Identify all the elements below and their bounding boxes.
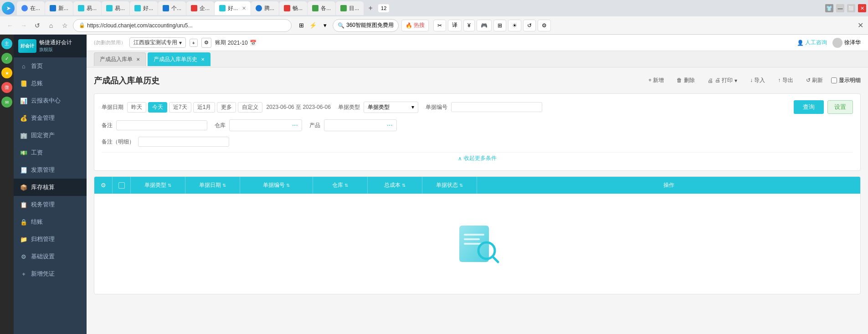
date-btn-today[interactable]: 今天 [148,102,167,113]
tab-12[interactable]: 目... [336,1,364,15]
sidebar-item-inventory[interactable]: 📦 库存核算 [14,179,87,196]
bill-type-select[interactable]: 单据类型 ▾ [364,102,418,113]
tab-bill-history-close[interactable]: ✕ [201,57,205,62]
apps-tool[interactable]: ⊞ [493,20,506,31]
scissors-tool[interactable]: ✂ [433,20,446,31]
th-cost[interactable]: 总成本 ⇅ [368,177,422,194]
home-button[interactable]: ⌂ [46,20,56,31]
refresh-button[interactable]: ↺ [32,20,43,31]
app-icon-weibo[interactable]: 微 [1,82,12,93]
settings-tool[interactable]: ⚙ [538,20,551,31]
grid-icon[interactable]: ⊞ [296,21,306,31]
tab-8[interactable]: 好... ✕ [215,1,251,15]
collapse-button[interactable]: ∧ 收起更多条件 [102,152,853,164]
date-btn-7days[interactable]: 近7天 [169,102,191,113]
history-tool[interactable]: ↺ [523,20,536,31]
th-warehouse[interactable]: 仓库 ⇅ [313,177,368,194]
sidebar-item-close[interactable]: 🔒 结账 [14,213,87,231]
app-icon-main[interactable]: 主 [1,38,12,49]
tab-3[interactable]: 易... [73,1,101,15]
sidebar-item-fund[interactable]: 💰 资金管理 [14,109,87,127]
sidebar-item-asset[interactable]: 🏢 固定资产 [14,127,87,144]
app-icon-yellow[interactable]: ★ [1,67,12,78]
company-settings-button[interactable]: ⚙ [201,38,211,48]
sidebar-item-newbill[interactable]: + 新增凭证 [14,265,87,283]
game-tool[interactable]: 🎮 [477,20,492,31]
display-detail-toggle[interactable]: 显示明细 [831,77,861,84]
theme-tool[interactable]: ☀ [508,20,521,31]
dropdown-icon[interactable]: ▾ [320,21,330,31]
th-checkbox[interactable] [113,177,131,194]
tab-bill-list[interactable]: 产成品入库单 ✕ [94,52,146,66]
display-detail-checkbox[interactable] [831,77,837,83]
add-company-button[interactable]: + [190,39,198,47]
th-status[interactable]: 单据状态 ⇅ [422,177,477,194]
tab-9[interactable]: 腾... [251,1,279,15]
maximize-button[interactable]: ⬜ [847,4,855,12]
hot-search-button[interactable]: 🔥 热搜 [401,20,429,31]
browser-icon[interactable]: ➤ [2,2,15,15]
forward-button[interactable]: → [18,20,29,31]
select-all-checkbox[interactable] [118,182,125,189]
warehouse-select[interactable]: ··· [229,119,302,131]
tab-5[interactable]: 好... [130,1,158,15]
translate-tool[interactable]: 译 [448,20,462,31]
sidebar-item-basic[interactable]: ⚙ 基础设置 [14,248,87,265]
search-box[interactable]: 🔍 360智能抠图免费用 [333,19,399,32]
sidebar-item-archive[interactable]: 📁 归档管理 [14,231,87,248]
lightning-icon[interactable]: ⚡ [308,21,318,31]
search-button[interactable]: 查询 [794,100,824,114]
note-detail-input[interactable] [138,137,229,147]
print-button[interactable]: 🖨 🖨 打印 ▾ [703,75,742,86]
product-dots-icon[interactable]: ··· [387,121,393,129]
th-type[interactable]: 单据类型 ⇅ [131,177,185,194]
new-button[interactable]: + 新增 [644,75,668,86]
product-select[interactable]: ··· [324,119,397,131]
tab-8-close[interactable]: ✕ [242,5,246,11]
note-input[interactable] [116,120,207,130]
tab-bill-history[interactable]: 产成品入库单历史 ✕ [148,52,211,66]
app-icon-mail[interactable]: ✉ [1,97,12,108]
refresh-action-button[interactable]: ↺ 刷新 [801,75,827,86]
tab-11[interactable]: 各... [308,1,335,15]
sidebar-item-ledger[interactable]: 📒 总账 [14,75,87,92]
bill-num-input[interactable] [451,102,542,112]
close-button[interactable]: ✕ [858,4,866,12]
sidebar-item-salary[interactable]: 💵 工资 [14,144,87,161]
currency-tool[interactable]: ¥ [463,20,475,31]
app-icon-green[interactable]: ✓ [1,53,12,64]
tab-bill-list-close[interactable]: ✕ [136,57,140,62]
user-info[interactable]: 徐泽华 [832,38,861,48]
th-gear[interactable]: ⚙ [94,177,113,194]
date-btn-yesterday[interactable]: 昨天 [127,102,146,113]
service-button[interactable]: 👤 人工咨询 [797,39,827,46]
date-btn-1month[interactable]: 近1月 [193,102,216,113]
shirt-icon[interactable]: 👕 [825,4,833,12]
delete-button[interactable]: 🗑 删除 [672,75,699,86]
th-date[interactable]: 单据日期 ⇅ [185,177,240,194]
export-button[interactable]: ↑ 导出 [773,75,797,86]
address-input[interactable]: 🔒 https://cloud.chanjet.com/accounting/u… [73,19,292,32]
tab-7[interactable]: 企... [186,1,214,15]
sidebar-item-invoice[interactable]: 🧾 发票管理 [14,161,87,179]
date-btn-custom[interactable]: 自定义 [238,102,262,113]
back-button[interactable]: ← [5,20,15,31]
minimize-button[interactable]: — [836,4,844,12]
calendar-icon[interactable]: 📅 [250,40,257,46]
date-btn-more[interactable]: 更多 [217,102,236,113]
warehouse-dots-icon[interactable]: ··· [292,121,298,129]
sidebar-item-report[interactable]: 📊 云报表中心 [14,92,87,109]
tab-10[interactable]: 畅... [279,1,307,15]
sidebar-item-home[interactable]: ⌂ 首页 [14,57,87,75]
sidebar-item-tax[interactable]: 📋 税务管理 [14,196,87,213]
tab-6[interactable]: 个... [158,1,186,15]
company-selector[interactable]: 江西腺宝测试专用 ▾ [129,37,186,48]
import-button[interactable]: ↓ 导入 [745,75,770,86]
new-tab-button[interactable]: + [364,2,377,15]
th-num[interactable]: 单据编号 ⇅ [240,177,313,194]
tab-4[interactable]: 易... [102,1,129,15]
panel-close[interactable]: ✕ [858,21,863,30]
setting-button[interactable]: 设置 [827,100,853,114]
tab-1[interactable]: 在... [17,1,45,15]
bookmark-button[interactable]: ☆ [59,20,70,31]
